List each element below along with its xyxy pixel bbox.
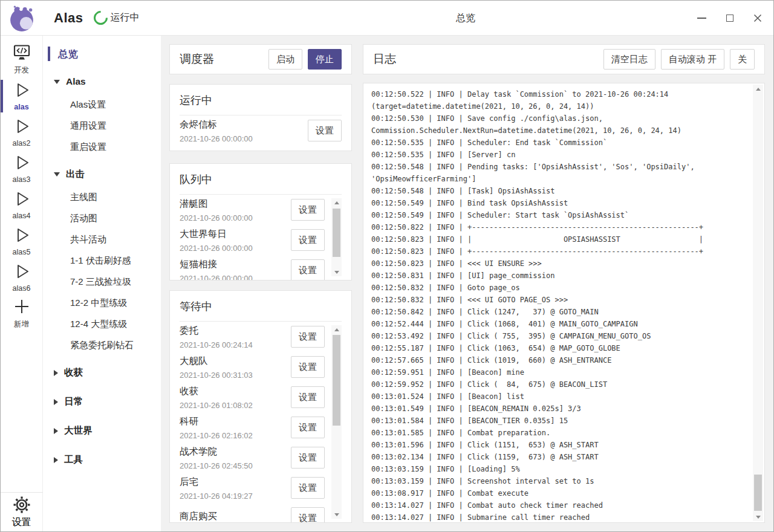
log-header-card: 日志 清空日志 自动滚动 开 关 [363,44,765,74]
task-next-run-time: 2021-10-26 02:16:02 [180,431,291,440]
sidebar-item-alas3[interactable]: alas3 [1,151,43,187]
task-setting-button[interactable]: 设置 [291,477,325,499]
task-row: 委托2021-10-26 00:24:14设置 [180,322,325,352]
log-line: 00:12:50.822 | INFO | +-----------------… [371,221,746,233]
task-next-run-time: 2021-10-26 00:24:14 [180,340,291,349]
log-line: 00:12:53.492 | INFO | Click ( 755, 395) … [371,330,746,342]
sidebar-item-dev[interactable]: 开发 [1,42,43,78]
task-row: 余烬信标2021-10-26 00:00:00设置 [180,115,342,146]
play-icon [13,263,30,282]
task-setting-button[interactable]: 设置 [291,507,325,522]
task-name: 收获 [180,385,291,398]
scroll-up-icon[interactable] [331,198,342,207]
task-next-run-time: 2021-10-26 00:00:00 [180,134,308,143]
scroll-up-icon[interactable] [753,85,763,93]
sidebar-item-alas2[interactable]: alas2 [1,114,43,151]
task-next-run-time: 2021-10-26 02:45:50 [180,461,291,470]
task-setting-button[interactable]: 设置 [291,447,325,469]
task-setting-button[interactable]: 设置 [291,199,325,221]
close-button[interactable] [752,13,763,23]
log-line: 00:12:50.530 | INFO | Save config ./conf… [371,112,746,125]
stop-button[interactable]: 停止 [308,49,342,70]
log-output: 00:12:50.522 | INFO | Delay task `Commis… [371,88,746,523]
task-name: 潜艇图 [180,198,291,210]
play-icon [13,82,30,101]
log-line: 00:12:59.951 | INFO | [Beacon] mine [371,366,746,378]
app-window: Alas 运行中 总览 开发alasalas2alas3alas4alas5al… [0,0,774,532]
task-next-run-time: 2021-10-26 04:19:27 [180,491,291,501]
scroll-down-icon[interactable] [753,513,763,521]
waiting-scrollbar[interactable] [331,325,342,519]
nav-item-活动图[interactable]: 活动图 [70,207,161,229]
log-line: Commission.Scheduler.NextRun=datetime.da… [371,125,746,137]
log-line: 00:13:03.159 | INFO | Screenshot interva… [371,475,746,487]
gear-icon [13,496,31,516]
scrollbar-thumb[interactable] [333,209,340,257]
scrollbar-thumb[interactable] [754,475,762,511]
sidebar-item-settings[interactable]: 设置 [1,493,43,531]
task-name: 短猫相接 [180,258,291,271]
nav-item-共斗活动[interactable]: 共斗活动 [70,229,161,250]
log-line: 00:12:57.665 | INFO | Click (1019, 660) … [371,354,746,366]
task-row: 收获2021-10-26 01:08:02设置 [180,382,325,412]
nav-item-通用设置[interactable]: 通用设置 [70,115,161,136]
log-scrollbar[interactable] [753,85,763,521]
scroll-down-icon[interactable] [331,268,342,276]
task-info: 大世界每日2021-10-26 00:00:00 [180,228,291,253]
log-line: 00:12:50.548 | INFO | [Task] OpsiAshAssi… [371,185,746,197]
nav-item-12-4 大型练级[interactable]: 12-4 大型练级 [70,313,161,334]
task-info: 余烬信标2021-10-26 00:00:00 [180,118,308,143]
log-line: 00:13:14.027 | INFO | Submarine call tim… [371,511,746,523]
nav-menu: 总览AlasAlas设置通用设置重启设置出击主线图活动图共斗活动1-1 伏击刷好… [43,36,161,531]
waiting-title: 等待中 [180,296,342,322]
task-setting-button[interactable]: 设置 [291,356,325,378]
task-setting-button[interactable]: 设置 [308,120,342,141]
nav-item-1-1 伏击刷好感[interactable]: 1-1 伏击刷好感 [70,250,161,271]
queued-scrollbar[interactable] [331,198,342,276]
sidebar-item-alas5[interactable]: alas5 [1,223,43,259]
sidebar-item-alas[interactable]: alas [1,78,43,114]
scrollbar-thumb[interactable] [333,335,340,426]
waiting-card: 等待中 委托2021-10-26 00:24:14设置大舰队2021-10-26… [169,290,352,523]
log-line: 00:12:50.842 | INFO | Click (1247, 37) @… [371,306,746,318]
nav-item-紧急委托刷钻石[interactable]: 紧急委托刷钻石 [70,334,161,355]
maximize-button[interactable] [724,13,735,23]
scroll-down-icon[interactable] [331,510,342,519]
clear-log-button[interactable]: 清空日志 [603,49,655,70]
log-line: 00:13:02.134 | INFO | Click (1159, 673) … [371,451,746,463]
nav-item-出击[interactable]: 出击 [54,162,161,186]
nav-item-日常[interactable]: 日常 [54,389,161,414]
task-info: 短猫相接2021-10-26 00:00:00 [180,258,291,281]
task-setting-button[interactable]: 设置 [291,229,325,251]
sidebar-item-label: alas3 [13,175,31,184]
sidebar-item-alas6[interactable]: alas6 [1,259,43,296]
nav-item-工具[interactable]: 工具 [54,447,161,472]
task-info: 大舰队2021-10-26 00:31:03 [180,355,291,380]
nav-item-重启设置[interactable]: 重启设置 [70,136,161,157]
log-line: 00:13:08.917 | INFO | Combat execute [371,487,746,499]
nav-item-大世界[interactable]: 大世界 [54,418,161,443]
nav-item-总览[interactable]: 总览 [48,47,161,61]
log-line: 00:12:50.549 | INFO | Scheduler: Start t… [371,209,746,221]
task-setting-button[interactable]: 设置 [291,417,325,438]
task-setting-button[interactable]: 设置 [291,259,325,280]
task-setting-button[interactable]: 设置 [291,386,325,408]
nav-item-收获[interactable]: 收获 [54,360,161,384]
minimize-button[interactable] [697,13,707,23]
sidebar-item-add[interactable]: 新增 [1,296,43,332]
task-info: 后宅2021-10-26 04:19:27 [180,476,291,501]
play-icon [13,154,30,174]
nav-item-主线图[interactable]: 主线图 [70,186,161,207]
start-button[interactable]: 启动 [268,49,302,70]
autoscroll-on-button[interactable]: 自动滚动 开 [661,49,724,70]
nav-item-Alas设置[interactable]: Alas设置 [70,94,161,115]
nav-item-12-2 中型练级[interactable]: 12-2 中型练级 [70,292,161,313]
autoscroll-off-button[interactable]: 关 [730,49,755,70]
task-setting-button[interactable]: 设置 [291,326,325,348]
log-title: 日志 [373,51,396,67]
page-title: 总览 [456,11,475,24]
scroll-up-icon[interactable] [331,325,342,334]
nav-item-7-2 三战捡垃圾[interactable]: 7-2 三战捡垃圾 [70,271,161,292]
nav-item-Alas[interactable]: Alas [54,70,161,94]
sidebar-item-alas4[interactable]: alas4 [1,187,43,223]
